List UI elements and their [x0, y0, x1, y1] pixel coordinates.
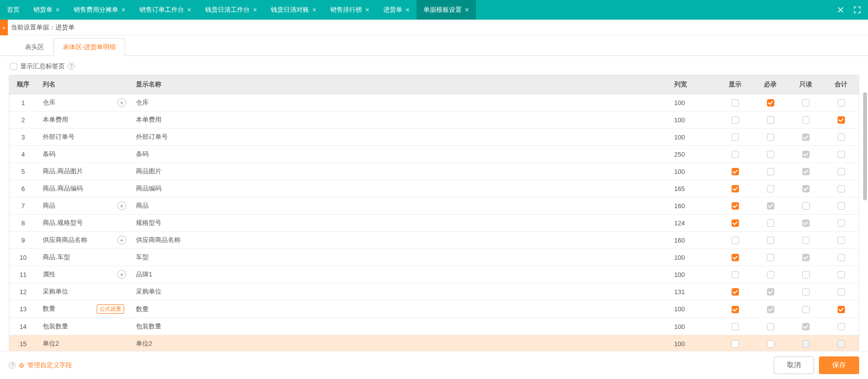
checkbox[interactable]	[802, 306, 810, 313]
close-icon[interactable]: ✕	[253, 7, 257, 13]
cell-width[interactable]: 160	[668, 197, 717, 215]
cancel-button[interactable]: 取消	[774, 356, 814, 374]
close-icon[interactable]: ✕	[55, 7, 60, 13]
checkbox[interactable]	[838, 219, 845, 227]
checkbox[interactable]	[838, 151, 845, 158]
checkbox[interactable]	[767, 237, 774, 244]
tab-0[interactable]: 首页	[0, 0, 26, 20]
help-icon[interactable]: ?	[68, 63, 75, 70]
subtab-1[interactable]: 表体区-进货单明细	[53, 38, 125, 56]
cell-width[interactable]: 165	[668, 180, 717, 197]
cell-display-name[interactable]: 商品编码	[130, 180, 668, 197]
cell-width[interactable]: 100	[668, 94, 717, 111]
checkbox[interactable]	[732, 116, 739, 124]
checkbox[interactable]	[767, 271, 774, 278]
cell-display-name[interactable]: 规格型号	[130, 215, 668, 232]
cell-display-name[interactable]: 商品图片	[130, 163, 668, 180]
subtab-0[interactable]: 表头区	[16, 38, 53, 56]
checkbox[interactable]	[802, 202, 810, 210]
add-icon[interactable]: +	[117, 201, 126, 210]
checkbox[interactable]	[732, 99, 739, 107]
checkbox[interactable]	[732, 237, 739, 244]
checkbox[interactable]	[838, 116, 845, 124]
add-icon[interactable]: +	[117, 236, 126, 244]
cell-display-name[interactable]: 包装数量	[130, 318, 668, 335]
cell-width[interactable]: 131	[668, 283, 717, 300]
checkbox[interactable]	[767, 185, 774, 192]
close-icon[interactable]: ✕	[365, 7, 369, 13]
cell-width[interactable]: 124	[668, 215, 717, 232]
checkbox[interactable]	[767, 340, 774, 348]
cell-display-name[interactable]: 单位2	[130, 335, 668, 352]
checkbox[interactable]	[838, 288, 845, 296]
tab-4[interactable]: 钱货日清工作台✕	[198, 0, 264, 20]
cell-width[interactable]: 100	[668, 111, 717, 129]
add-icon[interactable]: +	[117, 98, 126, 107]
checkbox[interactable]	[838, 237, 845, 244]
close-icon[interactable]: ✕	[121, 7, 126, 13]
checkbox[interactable]	[838, 185, 845, 192]
cell-display-name[interactable]: 数量	[130, 300, 668, 318]
checkbox[interactable]	[732, 288, 739, 296]
cell-width[interactable]: 100	[668, 318, 717, 335]
checkbox[interactable]	[838, 323, 845, 330]
checkbox[interactable]	[732, 271, 739, 278]
checkbox[interactable]	[838, 254, 845, 261]
cell-display-name[interactable]: 条码	[130, 146, 668, 163]
tab-7[interactable]: 进货单✕	[376, 0, 417, 20]
cell-width[interactable]: 100	[668, 163, 717, 180]
tab-8[interactable]: 单据模板设置✕	[417, 0, 476, 20]
checkbox[interactable]	[802, 237, 810, 244]
fullscreen-icon[interactable]	[850, 3, 864, 17]
tab-5[interactable]: 钱货日清对账✕	[264, 0, 323, 20]
checkbox[interactable]	[802, 288, 810, 296]
cell-display-name[interactable]: 采购单位	[130, 283, 668, 300]
save-button[interactable]: 保存	[819, 356, 859, 374]
cell-display-name[interactable]: 仓库	[130, 94, 668, 111]
cell-width[interactable]: 100	[668, 300, 717, 318]
cell-width[interactable]: 160	[668, 232, 717, 249]
tab-6[interactable]: 销售排行榜✕	[323, 0, 376, 20]
checkbox[interactable]	[767, 323, 774, 330]
manage-custom-fields-link[interactable]: 管理自定义字段	[27, 361, 72, 370]
cell-display-name[interactable]: 商品	[130, 197, 668, 215]
checkbox[interactable]	[767, 151, 774, 158]
checkbox[interactable]	[732, 185, 739, 192]
checkbox[interactable]	[767, 219, 774, 227]
cell-display-name[interactable]: 外部订单号	[130, 129, 668, 146]
cell-display-name[interactable]: 供应商商品名称	[130, 232, 668, 249]
checkbox[interactable]	[767, 134, 774, 141]
checkbox[interactable]	[767, 99, 774, 107]
cell-display-name[interactable]: 品牌1	[130, 266, 668, 283]
cell-display-name[interactable]: 车型	[130, 249, 668, 266]
checkbox[interactable]	[732, 219, 739, 227]
checkbox[interactable]	[732, 168, 739, 175]
checkbox[interactable]	[767, 168, 774, 175]
cell-display-name[interactable]: 本单费用	[130, 111, 668, 129]
close-icon[interactable]: ✕	[465, 7, 469, 13]
show-summary-checkbox[interactable]	[10, 63, 17, 70]
checkbox[interactable]	[838, 99, 845, 107]
close-icon[interactable]: ✕	[187, 7, 191, 13]
cell-width[interactable]: 100	[668, 129, 717, 146]
tab-1[interactable]: 销货单✕	[26, 0, 67, 20]
formula-setting-button[interactable]: 公式设置	[97, 304, 124, 314]
checkbox[interactable]	[732, 202, 739, 210]
close-icon[interactable]: ✕	[405, 7, 410, 13]
cell-width[interactable]: 250	[668, 146, 717, 163]
cell-width[interactable]: 100	[668, 266, 717, 283]
checkbox[interactable]	[732, 254, 739, 261]
table-scrollbar[interactable]	[862, 92, 867, 348]
scrollbar-thumb[interactable]	[863, 92, 867, 200]
cell-width[interactable]: 100	[668, 335, 717, 352]
tab-3[interactable]: 销售订单工作台✕	[132, 0, 198, 20]
checkbox[interactable]	[732, 340, 739, 348]
checkbox[interactable]	[838, 271, 845, 278]
checkbox[interactable]	[767, 254, 774, 261]
checkbox[interactable]	[732, 306, 739, 313]
checkbox[interactable]	[802, 99, 810, 107]
close-icon[interactable]: ✕	[312, 7, 316, 13]
checkbox[interactable]	[732, 151, 739, 158]
add-icon[interactable]: +	[117, 270, 126, 279]
checkbox[interactable]	[732, 134, 739, 141]
